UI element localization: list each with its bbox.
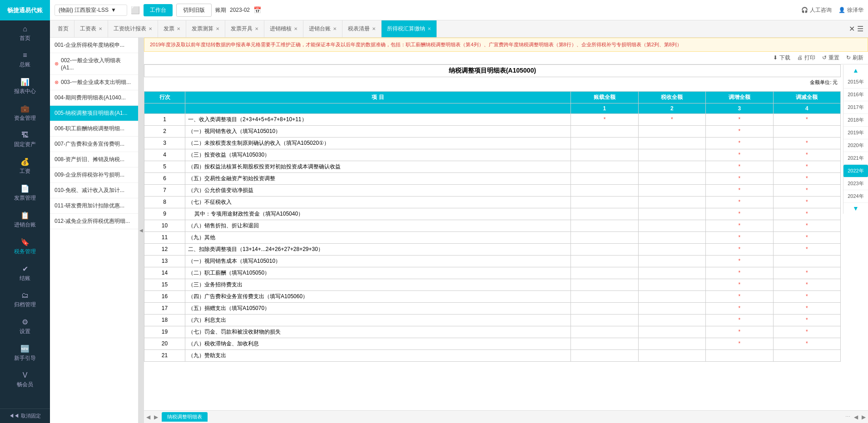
table-row: 4 （三）投资收益（填写A105030） * * — [144, 149, 841, 161]
company-label: (物副) 江西股室-LSS — [59, 6, 109, 14]
year-2019[interactable]: 2019年 — [843, 127, 868, 139]
left-panel-item-11[interactable]: 012-减免企业所得税优惠明细... — [50, 214, 138, 229]
col-header-row: 行次 — [144, 91, 185, 103]
year-2020[interactable]: 2020年 — [843, 139, 868, 152]
sidebar-item-guide[interactable]: 🆕 新手引导 — [0, 340, 50, 367]
left-panel-item-1[interactable]: ⊗ 002-一般企业收入明细表(A1... — [50, 53, 138, 75]
tab-invoice[interactable]: 发票 ✕ — [158, 20, 186, 38]
tab-invoice-close[interactable]: ✕ — [177, 26, 180, 31]
year-2024[interactable]: 2024年 — [843, 190, 868, 203]
tab-salary[interactable]: 工资表 ✕ — [74, 20, 108, 38]
table-row: 16 （四）广告费和业务宣传费支出（填写A105060） * * — [144, 290, 841, 302]
col-sub-0 — [144, 103, 185, 113]
tab-salary-stats-close[interactable]: ✕ — [149, 26, 152, 31]
app-logo: 畅捷通易代账 — [0, 0, 50, 20]
tab-inout-audit[interactable]: 进销稽核 ✕ — [264, 20, 303, 38]
user-avatar[interactable]: 👤 徐泽华 — [838, 6, 863, 14]
main-table: 纳税调整项目明细表(A105000) 金额单位: 元 行次 项 目 账载 — [144, 64, 841, 362]
sidebar-item-inout[interactable]: 📋 进销台账 — [0, 207, 50, 233]
print-button[interactable]: 🖨 打印 — [797, 54, 815, 62]
workspace-button[interactable]: 工作台 — [144, 4, 173, 16]
scroll-horizontal-right[interactable]: ▶ — [862, 414, 866, 420]
download-button[interactable]: ⬇ 下载 — [773, 54, 790, 62]
year-2021[interactable]: 2021年 — [843, 152, 868, 165]
sidebar-label-vip: 畅会员 — [17, 381, 33, 389]
tab-invoice-issue-close[interactable]: ✕ — [255, 26, 258, 31]
archive-icon: 🗂 — [21, 291, 29, 300]
calendar-icon[interactable]: 📅 — [253, 6, 261, 14]
sidebar-item-tax[interactable]: 🔖 税务管理 — [0, 233, 50, 260]
tab-tax-forms[interactable]: 税表清册 ✕ — [342, 20, 382, 38]
sidebar-item-archive[interactable]: 🗂 归档管理 — [0, 287, 50, 313]
tab-salary-stats[interactable]: 工资统计报表 ✕ — [108, 20, 158, 38]
left-panel-item-2[interactable]: ⊗ 003-一般企业成本支出明细... — [50, 75, 138, 90]
table-title: 纳税调整项目明细表(A105000) — [144, 64, 841, 77]
tab-invoice-calc[interactable]: 发票测算 ✕ — [186, 20, 225, 38]
left-panel-item-6[interactable]: 007-广告费和业务宣传费明... — [50, 137, 138, 152]
left-panel-item-10[interactable]: 011-研发费用加计扣除优惠... — [50, 198, 138, 214]
year-2022[interactable]: 2022年 — [843, 165, 868, 177]
sidebar-item-ledger[interactable]: ≡ 总账 — [0, 47, 50, 73]
sidebar-item-assets[interactable]: 💼 资金管理 — [0, 100, 50, 127]
left-panel-item-9[interactable]: 010-免税、减计收入及加计... — [50, 183, 138, 198]
sidebar-label-tax: 税务管理 — [14, 248, 36, 256]
table-row: 20 （八）税收滞纳金、加收利息 * * — [144, 338, 841, 349]
tab-income-tax-close[interactable]: ✕ — [427, 26, 431, 31]
left-panel-item-0[interactable]: 001-企业所得税年度纳税申... — [50, 38, 138, 53]
left-panel-label-11: 012-减免企业所得税优惠明细... — [55, 217, 130, 225]
pin-toggle[interactable]: ◀◀ 取消固定 — [0, 408, 50, 423]
left-panel-item-8[interactable]: 009-企业所得税弥补亏损明... — [50, 167, 138, 183]
year-2018[interactable]: 2018年 — [843, 114, 868, 127]
tab-home[interactable]: 首页 — [52, 20, 74, 38]
tab-invoice-issue[interactable]: 发票开具 ✕ — [225, 20, 264, 38]
tab-home-label: 首页 — [58, 25, 69, 33]
sidebar-label-inout: 进销台账 — [14, 221, 36, 229]
company-selector[interactable]: (物副) 江西股室-LSS ▼ — [55, 5, 127, 16]
user-service[interactable]: 🎧 人工咨询 — [801, 6, 832, 14]
tab-income-tax[interactable]: 所得税汇算缴纳 ✕ — [382, 20, 437, 38]
col-sub-4: 3 — [706, 103, 773, 113]
tab-tax-forms-close[interactable]: ✕ — [372, 26, 376, 31]
year-2023[interactable]: 2023年 — [843, 177, 868, 190]
sidebar-item-settle[interactable]: ✔ 结账 — [0, 260, 50, 287]
body-area: 001-企业所得税年度纳税申... ⊗ 002-一般企业收入明细表(A1... … — [50, 38, 868, 423]
year-2017[interactable]: 2017年 — [843, 101, 868, 114]
left-panel-label-7: 008-资产折旧、摊销及纳税... — [55, 156, 124, 163]
reset-label: 重置 — [828, 54, 839, 62]
year-panel: ▲ 2015年 2016年 2017年 2018年 2019年 2020年 20… — [843, 65, 868, 214]
left-panel-label-3: 004-期间费用明细表(A1040... — [55, 94, 126, 102]
left-panel-item-4[interactable]: 005-纳税调整项目明细表(A1... — [50, 106, 138, 121]
scroll-horizontal-left[interactable]: ◀ — [854, 414, 858, 420]
tab-inout-ledger[interactable]: 进销台账 ✕ — [303, 20, 342, 38]
scroll-left-icon[interactable]: ◀ — [146, 414, 150, 420]
table-wrapper[interactable]: 纳税调整项目明细表(A105000) 金额单位: 元 行次 项 目 账载 — [144, 64, 868, 411]
tab-inout-ledger-close[interactable]: ✕ — [333, 26, 337, 31]
panel-collapse-handle[interactable]: ◀ — [139, 38, 144, 423]
tab-salary-close[interactable]: ✕ — [99, 26, 102, 31]
year-2016[interactable]: 2016年 — [843, 89, 868, 101]
sidebar-item-settings[interactable]: ⚙ 设置 — [0, 313, 50, 340]
scroll-right-icon[interactable]: ▶ — [154, 414, 158, 420]
year-down-arrow[interactable]: ▼ — [851, 203, 861, 214]
sidebar-item-vip[interactable]: V 畅会员 — [0, 367, 50, 393]
sidebar-item-salary[interactable]: 💰 工资 — [0, 153, 50, 180]
refresh-button[interactable]: ↻ 刷新 — [846, 54, 863, 62]
left-panel: 001-企业所得税年度纳税申... ⊗ 002-一般企业收入明细表(A1... … — [50, 38, 139, 423]
year-up-arrow[interactable]: ▲ — [851, 65, 861, 76]
reset-button[interactable]: ↺ 重置 — [822, 54, 839, 62]
year-2015[interactable]: 2015年 — [843, 76, 868, 89]
sidebar-item-home[interactable]: ⌂ 首页 — [0, 20, 50, 47]
left-panel-item-5[interactable]: 006-职工薪酬纳税调整明细... — [50, 121, 138, 137]
sidebar-item-reports[interactable]: 📊 报表中心 — [0, 73, 50, 100]
sidebar-item-fixed[interactable]: 🏗 固定资产 — [0, 127, 50, 153]
tab-invoice-calc-close[interactable]: ✕ — [216, 26, 219, 31]
sidebar-item-invoice[interactable]: 📄 发票管理 — [0, 180, 50, 207]
tab-close-all-icon[interactable]: ✕ — [849, 25, 855, 33]
old-version-button[interactable]: 切到旧版 — [176, 4, 212, 17]
left-panel-item-3[interactable]: 004-期间费用明细表(A1040... — [50, 90, 138, 106]
tab-inout-audit-close[interactable]: ✕ — [294, 26, 298, 31]
left-panel-item-7[interactable]: 008-资产折旧、摊销及纳税... — [50, 152, 138, 167]
company-copy-icon[interactable]: ⬜ — [131, 6, 140, 15]
sheet-tab-item[interactable]: 纳税调整明细表 — [162, 412, 208, 422]
tab-menu-icon[interactable]: ☰ — [857, 25, 863, 33]
